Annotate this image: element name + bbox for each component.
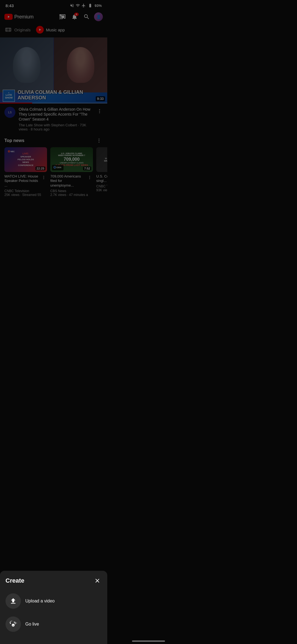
- bottom-sheet-overlay[interactable]: [0, 0, 107, 232]
